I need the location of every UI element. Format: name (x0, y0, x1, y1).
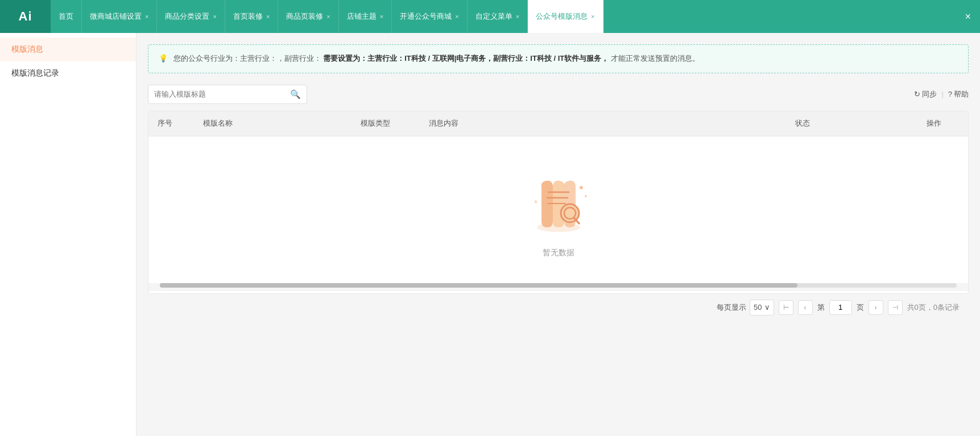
nav-tab-templatemsg[interactable]: 公众号模版消息× (528, 0, 603, 33)
search-input-wrap: 🔍 (148, 85, 307, 104)
next-page-button[interactable]: › (869, 300, 883, 315)
per-page-dropdown-icon: ∨ (764, 303, 770, 312)
main-layout: 模版消息 模版消息记录 💡 您的公众号行业为：主营行业：，副营行业： 需要设置为… (0, 33, 980, 436)
nav-tab-category[interactable]: 商品分类设置× (157, 0, 225, 33)
nav-tabs: 首页微商城店铺设置×商品分类设置×首页装修×商品页装修×店铺主题×开通公众号商城… (51, 0, 956, 33)
page-label: 第 (817, 302, 825, 313)
per-page-wrap: 每页显示 50 ∨ (717, 300, 774, 315)
notice-prefix: 您的公众号行业为：主营行业：，副营行业： (173, 54, 321, 63)
sidebar-item-template-record[interactable]: 模版消息记录 (0, 61, 136, 85)
svg-point-8 (585, 195, 587, 197)
empty-text: 暂无数据 (543, 248, 574, 258)
top-navigation: Ai 首页微商城店铺设置×商品分类设置×首页装修×商品页装修×店铺主题×开通公众… (0, 0, 980, 33)
close-tab-templatemsg[interactable]: × (591, 13, 594, 20)
scrollbar-track (160, 283, 957, 288)
data-table: 序号 模版名称 模版类型 消息内容 状态 操作 (148, 111, 969, 294)
close-tab-category[interactable]: × (213, 13, 216, 20)
help-button[interactable]: ? 帮助 (948, 89, 969, 99)
close-tab-custommenu[interactable]: × (516, 13, 519, 20)
sidebar: 模版消息 模版消息记录 (0, 33, 137, 436)
first-page-button[interactable]: ⊢ (779, 300, 793, 315)
col-type: 模版类型 (352, 118, 420, 128)
empty-state: 暂无数据 (148, 136, 968, 281)
sidebar-item-template-msg[interactable]: 模版消息 (0, 38, 136, 61)
logo: Ai (0, 0, 51, 33)
table-header: 序号 模版名称 模版类型 消息内容 状态 操作 (148, 111, 968, 136)
per-page-label: 每页显示 (717, 302, 746, 313)
search-input[interactable] (154, 90, 290, 98)
notice-box: 💡 您的公众号行业为：主营行业：，副营行业： 需要设置为：主营行业：IT科技 /… (148, 44, 969, 73)
sync-help-bar: ↻ 同步 | ? 帮助 (914, 89, 969, 99)
last-page-button[interactable]: ⊣ (888, 300, 903, 315)
close-all-tabs-button[interactable]: × (956, 0, 980, 33)
close-tab-weshop[interactable]: × (145, 13, 148, 20)
col-content: 消息内容 (420, 118, 786, 128)
col-seq: 序号 (148, 118, 194, 128)
notice-suffix: 才能正常发送预置的消息。 (611, 54, 700, 63)
content-area: 💡 您的公众号行业为：主营行业：，副营行业： 需要设置为：主营行业：IT科技 /… (137, 33, 980, 436)
divider: | (941, 90, 943, 98)
nav-tab-productpage[interactable]: 商品页装修× (278, 0, 338, 33)
page-number-input[interactable] (829, 300, 852, 315)
nav-tab-theme[interactable]: 店铺主题× (339, 0, 392, 33)
sync-icon: ↻ (914, 90, 920, 98)
svg-point-9 (534, 200, 537, 203)
nav-tab-homepage[interactable]: 首页装修× (225, 0, 278, 33)
prev-page-button[interactable]: ‹ (798, 300, 813, 315)
nav-tab-openstore[interactable]: 开通公众号商城× (392, 0, 467, 33)
close-tab-productpage[interactable]: × (326, 13, 330, 20)
per-page-value: 50 (754, 303, 762, 312)
nav-tab-custommenu[interactable]: 自定义菜单× (468, 0, 528, 33)
page-unit: 页 (857, 302, 864, 313)
pagination: 每页显示 50 ∨ ⊢ ‹ 第 页 › ⊣ 共0页，0条记录 (148, 294, 969, 322)
per-page-select[interactable]: 50 ∨ (750, 300, 774, 315)
search-bar: 🔍 ↻ 同步 | ? 帮助 (148, 85, 969, 104)
search-button[interactable]: 🔍 (290, 89, 301, 99)
scrollbar-thumb[interactable] (160, 283, 797, 288)
sync-button[interactable]: ↻ 同步 (914, 89, 937, 99)
svg-point-7 (580, 186, 583, 189)
col-status: 状态 (786, 118, 900, 128)
col-action: 操作 (900, 118, 968, 128)
horizontal-scrollbar[interactable] (148, 283, 968, 291)
col-name: 模版名称 (194, 118, 352, 128)
close-tab-openstore[interactable]: × (455, 13, 458, 20)
close-tab-homepage[interactable]: × (266, 13, 270, 20)
total-info: 共0页，0条记录 (907, 302, 960, 313)
help-icon: ? (948, 90, 952, 98)
empty-state-icon (524, 171, 593, 239)
nav-tab-weshop[interactable]: 微商城店铺设置× (82, 0, 157, 33)
nav-tab-home[interactable]: 首页 (51, 0, 82, 33)
notice-highlight: 需要设置为：主营行业：IT科技 / 互联网|电子商务，副营行业：IT科技 / I… (323, 54, 609, 63)
notice-icon: 💡 (159, 54, 168, 63)
close-tab-theme[interactable]: × (380, 13, 383, 20)
